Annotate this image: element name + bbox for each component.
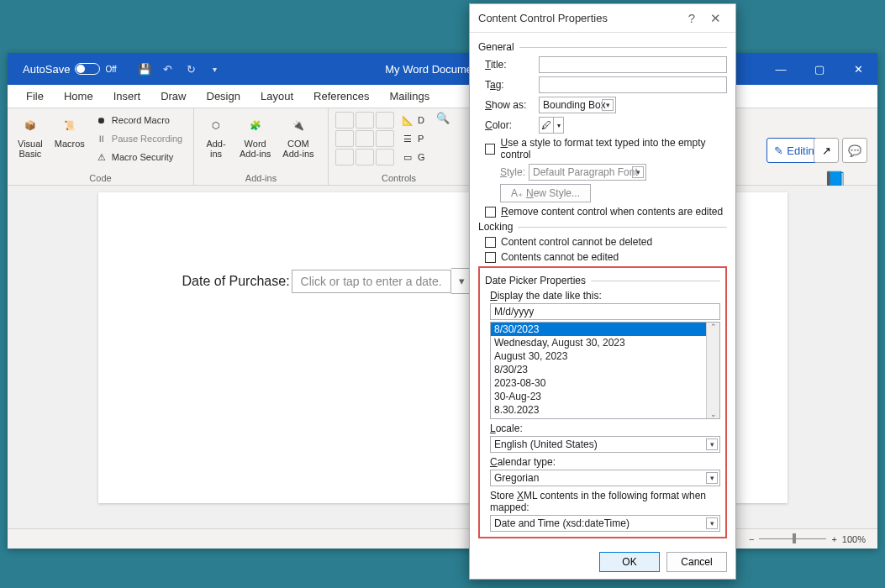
showas-select[interactable]: Bounding Box▾ (539, 97, 616, 113)
ok-button[interactable]: OK (599, 552, 660, 572)
close-window-button[interactable]: ✕ (839, 53, 877, 85)
properties-button[interactable]: ☰P (399, 130, 427, 147)
lock-delete-label: Content control cannot be deleted (501, 236, 652, 248)
list-item[interactable]: 2023-08-30 (491, 376, 719, 390)
control-item[interactable] (356, 112, 374, 129)
design-icon: 📐 (401, 113, 414, 127)
chevron-down-icon[interactable]: ▾ (208, 61, 223, 76)
chevron-down-icon[interactable]: ⌄ (710, 410, 717, 418)
com-addins-button[interactable]: 🔌COM Add-ins (279, 112, 317, 160)
group-icon: ▭ (401, 150, 414, 164)
maximize-button[interactable]: ▢ (800, 53, 839, 85)
title-input[interactable] (539, 56, 727, 73)
pause-recording-button[interactable]: ⏸Pause Recording (93, 130, 184, 147)
chevron-up-icon[interactable]: ⌃ (710, 323, 717, 331)
control-item[interactable] (335, 130, 354, 147)
color-picker[interactable]: 🖊▾ (539, 117, 564, 134)
ribbon-tabs: File Home Insert Draw Design Layout Refe… (8, 85, 877, 108)
control-item[interactable] (376, 112, 394, 129)
chevron-down-icon: ▾ (706, 517, 718, 529)
zoom-out-button[interactable]: − (749, 534, 754, 544)
tab-design[interactable]: Design (197, 87, 250, 106)
save-icon[interactable]: 💾 (137, 61, 152, 76)
group-button[interactable]: ▭G (399, 149, 427, 165)
lock-edit-checkbox[interactable] (485, 252, 496, 263)
use-style-label: Use a style to format text typed into th… (500, 137, 727, 160)
chevron-down-icon: ▾ (706, 472, 718, 484)
tab-insert[interactable]: Insert (103, 87, 151, 106)
control-item[interactable] (356, 130, 374, 147)
control-item[interactable] (335, 112, 354, 129)
list-item[interactable]: Aug. 30, 23 (491, 417, 719, 419)
xml-format-select[interactable]: Date and Time (xsd:dateTime)▾ (490, 515, 720, 532)
tag-input[interactable] (539, 76, 727, 93)
showas-label: Show as: (485, 99, 535, 111)
macro-security-button[interactable]: ⚠Macro Security (93, 149, 184, 165)
general-header: General (478, 41, 514, 53)
date-format-input[interactable]: M/d/yyyy (490, 303, 720, 320)
remove-cc-checkbox[interactable] (485, 207, 496, 218)
date-format-list[interactable]: 8/30/2023 Wednesday, August 30, 2023 Aug… (490, 322, 720, 419)
locale-select[interactable]: English (United States)▾ (490, 436, 720, 453)
remove-cc-label: Remove content control when contents are… (501, 206, 723, 218)
statusbar: − + 100% (8, 528, 877, 549)
calendar-select[interactable]: Gregorian▾ (490, 470, 720, 486)
autosave-label: AutoSave (23, 63, 70, 76)
list-item[interactable]: 8/30/23 (491, 363, 719, 376)
control-item[interactable] (335, 149, 354, 165)
zoom-level[interactable]: 100% (842, 534, 866, 544)
control-item[interactable] (376, 130, 394, 147)
list-item[interactable]: 30-Aug-23 (491, 390, 719, 403)
group-label-addins: Add-ins (201, 173, 321, 183)
undo-icon[interactable]: ↶ (161, 61, 176, 76)
quick-access-toolbar: 💾 ↶ ↻ ▾ (137, 61, 223, 76)
com-addins-icon: 🔌 (287, 113, 310, 137)
chevron-down-icon: ▾ (632, 166, 644, 178)
date-content-control[interactable]: Click or tap to enter a date. (292, 270, 451, 293)
lock-delete-checkbox[interactable] (485, 237, 496, 248)
list-item[interactable]: August 30, 2023 (491, 349, 719, 363)
macros-icon: 📜 (58, 113, 82, 137)
xml-label: Store XML contents in the following form… (490, 490, 720, 513)
dialog-titlebar[interactable]: Content Control Properties ? ✕ (470, 4, 735, 33)
tab-draw[interactable]: Draw (150, 87, 196, 106)
minimize-button[interactable]: — (761, 53, 800, 85)
dialog-title: Content Control Properties (478, 12, 608, 24)
tab-references[interactable]: References (303, 87, 379, 106)
help-button[interactable]: ? (680, 11, 703, 25)
tab-mailings[interactable]: Mailings (380, 87, 440, 106)
list-item[interactable]: Wednesday, August 30, 2023 (491, 336, 719, 349)
close-dialog-button[interactable]: ✕ (703, 11, 727, 26)
properties-icon: ☰ (401, 132, 414, 145)
zoom-in-button[interactable]: + (831, 534, 836, 544)
search-icon[interactable]: 🔍 (436, 112, 450, 124)
macros-button[interactable]: 📜 Macros (51, 112, 88, 150)
cancel-button[interactable]: Cancel (666, 552, 727, 572)
list-item[interactable]: 8.30.2023 (491, 403, 719, 417)
tab-file[interactable]: File (16, 87, 54, 106)
redo-icon[interactable]: ↻ (184, 61, 199, 76)
autosave-toggle[interactable]: AutoSave Off (23, 63, 117, 76)
control-item[interactable] (376, 149, 394, 165)
record-macro-button[interactable]: ⏺Record Macro (93, 112, 184, 129)
tab-layout[interactable]: Layout (250, 87, 303, 106)
tab-home[interactable]: Home (54, 87, 103, 106)
color-label: Color: (485, 119, 535, 131)
locale-label: Locale: (490, 423, 720, 434)
comments-button[interactable]: 💬 (842, 138, 867, 163)
share-button[interactable]: ↗ (814, 138, 839, 163)
word-window: AutoSave Off 💾 ↶ ↻ ▾ My Word Document...… (8, 53, 877, 549)
list-item[interactable]: 8/30/2023 (491, 323, 719, 336)
design-mode-button[interactable]: 📐D (399, 112, 427, 129)
use-style-checkbox[interactable] (485, 144, 495, 155)
date-label: Date of Purchase: (182, 274, 290, 289)
zoom-slider[interactable] (759, 538, 826, 539)
visual-basic-button[interactable]: 📦 Visual Basic (14, 112, 46, 160)
control-item[interactable] (356, 149, 374, 165)
controls-gallery[interactable] (335, 112, 394, 165)
word-addins-button[interactable]: 🧩Word Add-ins (236, 112, 274, 160)
date-picker-section: Date Picker Properties Display the date … (478, 266, 727, 538)
display-like-label: Display the date like this: (490, 290, 720, 302)
addins-button[interactable]: ⬡Add- ins (201, 112, 231, 160)
scrollbar[interactable]: ⌃⌄ (706, 323, 719, 418)
